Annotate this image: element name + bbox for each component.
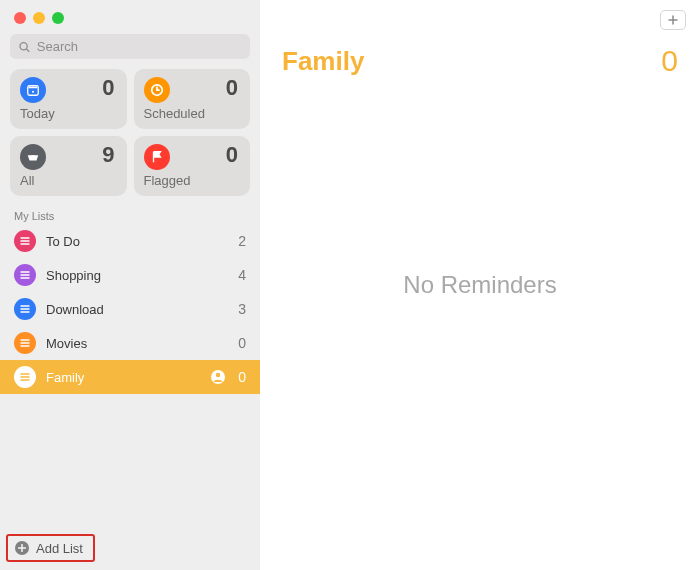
list-name: Family [46, 370, 200, 385]
list-icon [14, 298, 36, 320]
list-total-count: 0 [661, 44, 678, 78]
empty-state-text: No Reminders [403, 271, 556, 299]
smart-all-label: All [20, 173, 34, 188]
smart-today[interactable]: 0 Today [10, 69, 127, 129]
main-header: Family 0 [260, 0, 700, 78]
list-row-download[interactable]: Download 3 [0, 292, 260, 326]
plus-circle-icon [14, 540, 30, 556]
window-traffic-lights [0, 0, 260, 34]
search-input[interactable] [37, 39, 242, 54]
smart-all[interactable]: 9 All [10, 136, 127, 196]
list-name: To Do [46, 234, 228, 249]
smart-scheduled-count: 0 [226, 75, 238, 101]
my-lists-header: My Lists [0, 204, 260, 224]
smart-today-count: 0 [102, 75, 114, 101]
flag-icon [144, 144, 170, 170]
smart-today-label: Today [20, 106, 55, 121]
smart-flagged-label: Flagged [144, 173, 191, 188]
list-count: 0 [238, 335, 246, 351]
add-list-button[interactable]: Add List [6, 534, 95, 562]
list-count: 0 [238, 369, 246, 385]
list-title: Family [282, 46, 364, 77]
list-count: 3 [238, 301, 246, 317]
sidebar: 0 Today 0 Scheduled 9 All 0 Flagged My L… [0, 0, 260, 570]
tray-icon [20, 144, 46, 170]
my-lists: To Do 2 Shopping 4 Download 3 Movies 0 F… [0, 224, 260, 394]
list-count: 4 [238, 267, 246, 283]
list-icon [14, 264, 36, 286]
search-icon [18, 40, 31, 54]
smart-flagged[interactable]: 0 Flagged [134, 136, 251, 196]
smart-flagged-count: 0 [226, 142, 238, 168]
zoom-window-button[interactable] [52, 12, 64, 24]
list-name: Movies [46, 336, 228, 351]
list-icon [14, 332, 36, 354]
calendar-icon [20, 77, 46, 103]
clock-icon [144, 77, 170, 103]
list-name: Download [46, 302, 228, 317]
list-row-family[interactable]: Family 0 [0, 360, 260, 394]
list-count: 2 [238, 233, 246, 249]
add-reminder-button[interactable] [660, 10, 686, 30]
list-row-shopping[interactable]: Shopping 4 [0, 258, 260, 292]
smart-scheduled[interactable]: 0 Scheduled [134, 69, 251, 129]
smart-list-grid: 0 Today 0 Scheduled 9 All 0 Flagged [0, 69, 260, 204]
main-panel: Family 0 No Reminders [260, 0, 700, 570]
list-icon [14, 366, 36, 388]
shared-list-icon [210, 369, 226, 385]
plus-icon [667, 14, 679, 26]
smart-all-count: 9 [102, 142, 114, 168]
list-name: Shopping [46, 268, 228, 283]
minimize-window-button[interactable] [33, 12, 45, 24]
search-field[interactable] [10, 34, 250, 59]
list-row-todo[interactable]: To Do 2 [0, 224, 260, 258]
list-icon [14, 230, 36, 252]
add-list-label: Add List [36, 541, 83, 556]
list-row-movies[interactable]: Movies 0 [0, 326, 260, 360]
close-window-button[interactable] [14, 12, 26, 24]
smart-scheduled-label: Scheduled [144, 106, 205, 121]
